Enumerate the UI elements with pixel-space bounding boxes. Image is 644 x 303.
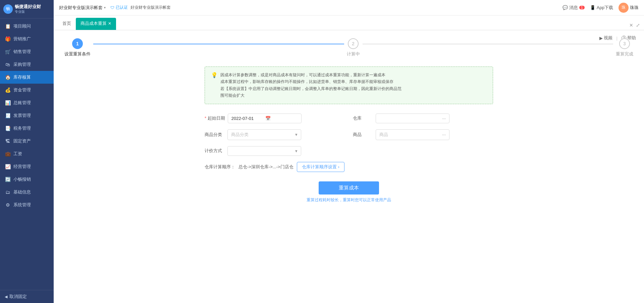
tabbar-right-icons: ✕ ⤢ xyxy=(629,23,640,30)
form-group-price-method: 计价方式 ▾ xyxy=(205,146,345,156)
form-group-start-date: * 起始日期 2022-07-01 📅 xyxy=(205,114,345,123)
step-2-circle: 2 xyxy=(348,38,359,49)
step-3: 3 重算完成 xyxy=(616,38,633,57)
form-row-2: 商品分类 商品分类 ▾ 商品 商品 ··· xyxy=(205,129,493,140)
expand-icon[interactable]: ⤢ xyxy=(636,23,640,28)
step-2-label: 计算中 xyxy=(347,51,360,57)
tab-recalc[interactable]: 商品成本重算 ✕ xyxy=(76,18,116,30)
form-section: * 起始日期 2022-07-01 📅 仓库 ··· xyxy=(205,114,493,203)
form-group-category: 商品分类 商品分类 ▾ xyxy=(205,129,345,140)
sidebar-item-purchase[interactable]: 🛍 采购管理 xyxy=(0,58,54,71)
tab-home[interactable]: 首页 xyxy=(58,18,76,30)
tab-close-icon[interactable]: ✕ xyxy=(108,21,111,26)
sidebar-unpin-button[interactable]: ◀ 取消固定 xyxy=(0,290,54,303)
step-1-circle: 1 xyxy=(72,38,83,49)
step-line-2 xyxy=(363,44,613,44)
form-row-1: * 起始日期 2022-07-01 📅 仓库 ··· xyxy=(205,114,493,123)
invoice-icon: 🧾 xyxy=(5,113,11,119)
topbar-verified: 🛡 已认证 好业财专业版演示帐套 xyxy=(110,5,171,10)
dots-icon: ··· xyxy=(442,116,446,121)
form-group-warehouse: 仓库 ··· xyxy=(353,114,493,123)
sidebar-nav: 📋 项目顾问 🎁 营销推广 🛒 销售管理 🛍 采购管理 🏠 库存核算 💰 资金管… xyxy=(0,18,54,290)
step-1-label: 设置重算条件 xyxy=(64,51,91,57)
sidebar-item-tax[interactable]: 📑 税务管理 xyxy=(0,122,54,135)
category-select[interactable]: 商品分类 ▾ xyxy=(227,129,301,140)
message-icon: 💬 xyxy=(562,5,568,10)
sidebar: 畅 畅捷通好业财 专业版 📋 项目顾问 🎁 营销推广 🛒 销售管理 🛍 采购管理… xyxy=(0,0,54,303)
warehouse-label: 仓库 xyxy=(353,115,373,121)
system-icon: ⚙ xyxy=(5,202,11,208)
shield-icon: 🛡 xyxy=(110,5,114,10)
step-2: 2 计算中 xyxy=(347,38,360,57)
goods-label: 商品 xyxy=(353,132,373,138)
info-bulb-icon: 💡 xyxy=(211,72,218,99)
warehouse-order-row: 仓库计算顺序： 总仓->深圳仓库->...->门店仓 仓库计算顺序设置 › xyxy=(205,162,493,172)
tabbar: 首页 商品成本重算 ✕ ✕ ⤢ xyxy=(54,15,644,30)
price-method-label: 计价方式 xyxy=(205,148,225,154)
recalculate-button[interactable]: 重算成本 xyxy=(319,181,379,194)
dots-icon-goods: ··· xyxy=(442,132,446,137)
marketing-icon: 🎁 xyxy=(5,36,11,42)
salary-icon: 💼 xyxy=(5,151,11,157)
submit-section: 重算成本 重算过程耗时较长，重算时您可以正常使用产品 xyxy=(205,181,493,203)
required-star: * xyxy=(205,116,206,121)
calendar-icon: 📅 xyxy=(265,116,298,121)
content-area: ▶ 视频 | ? 帮助 1 设置重算条件 2 计算中 3 重算完成 xyxy=(54,30,644,303)
form-row-3: 计价方式 ▾ xyxy=(205,146,493,156)
sales-icon: 🛒 xyxy=(5,49,11,55)
form-group-goods: 商品 商品 ··· xyxy=(353,129,493,140)
step-3-circle: 3 xyxy=(619,38,630,49)
message-button[interactable]: 💬 消息 1 xyxy=(562,5,585,11)
account-selector[interactable]: 好业财专业版演示帐套 ▾ xyxy=(59,5,106,11)
sidebar-item-invoice[interactable]: 🧾 发票管理 xyxy=(0,109,54,122)
account-chevron-icon: ▾ xyxy=(104,6,106,9)
sidebar-item-sales[interactable]: 🛒 销售管理 xyxy=(0,45,54,58)
start-date-input[interactable]: 2022-07-01 📅 xyxy=(228,114,302,123)
sidebar-item-inventory[interactable]: 🏠 库存核算 xyxy=(0,71,54,84)
sidebar-item-finance[interactable]: 💰 资金管理 xyxy=(0,84,54,96)
sidebar-item-assets[interactable]: 🏗 固定资产 xyxy=(0,135,54,147)
sidebar-item-business[interactable]: 📈 经营管理 xyxy=(0,160,54,173)
warehouse-order-btn[interactable]: 仓库计算顺序设置 › xyxy=(297,162,344,172)
logo-text: 畅捷通好业财 专业版 xyxy=(15,4,41,14)
sidebar-logo: 畅 畅捷通好业财 专业版 xyxy=(0,0,54,18)
business-icon: 📈 xyxy=(5,164,11,170)
topbar-right: 💬 消息 1 📱 App下载 珠 珠珠 xyxy=(562,3,639,13)
info-text: 因成本计算参数调整，或是对商品成本有疑问时，可以通过成本重算功能，重新计算一遍成… xyxy=(220,72,401,99)
category-label: 商品分类 xyxy=(205,132,225,138)
avatar: 珠 xyxy=(619,3,629,13)
chevron-right-icon: › xyxy=(338,164,339,169)
warehouse-input[interactable]: ··· xyxy=(376,114,449,123)
info-box: 💡 因成本计算参数调整，或是对商品成本有疑问时，可以通过成本重算功能，重新计算一… xyxy=(205,67,493,104)
warehouse-order-label: 仓库计算顺序： xyxy=(205,164,235,170)
sidebar-item-system[interactable]: ⚙ 系统管理 xyxy=(0,199,54,211)
chevron-down-icon: ▾ xyxy=(295,132,298,137)
step-line-1 xyxy=(93,44,344,44)
inventory-icon: 🏠 xyxy=(5,74,11,80)
submit-note: 重算过程耗时较长，重算时您可以正常使用产品 xyxy=(205,197,493,203)
sidebar-item-salary[interactable]: 💼 工资 xyxy=(0,147,54,160)
tax-icon: 📑 xyxy=(5,125,11,131)
sidebar-item-marketing[interactable]: 🎁 营销推广 xyxy=(0,33,54,45)
basic-icon: 🗂 xyxy=(5,189,11,195)
sidebar-item-accounting[interactable]: 📊 总账管理 xyxy=(0,96,54,109)
sidebar-item-expense[interactable]: 🔄 小畅报销 xyxy=(0,173,54,186)
topbar-account: 好业财专业版演示帐套 ▾ 🛡 已认证 好业财专业版演示帐套 xyxy=(59,5,562,11)
logo-icon: 畅 xyxy=(3,4,13,14)
sidebar-item-project[interactable]: 📋 项目顾问 xyxy=(0,20,54,33)
sidebar-item-basic[interactable]: 🗂 基础信息 xyxy=(0,186,54,199)
purchase-icon: 🛍 xyxy=(5,61,11,68)
project-icon: 📋 xyxy=(5,23,11,29)
close-window-icon[interactable]: ✕ xyxy=(629,23,633,28)
expense-icon: 🔄 xyxy=(5,176,11,182)
price-method-select[interactable]: ▾ xyxy=(227,146,301,156)
unpin-icon: ◀ xyxy=(5,295,7,299)
app-download-button[interactable]: 📱 App下载 xyxy=(590,5,613,11)
warehouse-order-value: 总仓->深圳仓库->...->门店仓 xyxy=(238,164,293,170)
goods-input[interactable]: 商品 ··· xyxy=(376,129,449,140)
steps-indicator: 1 设置重算条件 2 计算中 3 重算完成 xyxy=(64,38,633,57)
user-avatar-button[interactable]: 珠 珠珠 xyxy=(619,3,639,13)
step-1: 1 设置重算条件 xyxy=(64,38,91,57)
phone-icon: 📱 xyxy=(590,5,595,10)
finance-icon: 💰 xyxy=(5,87,11,93)
